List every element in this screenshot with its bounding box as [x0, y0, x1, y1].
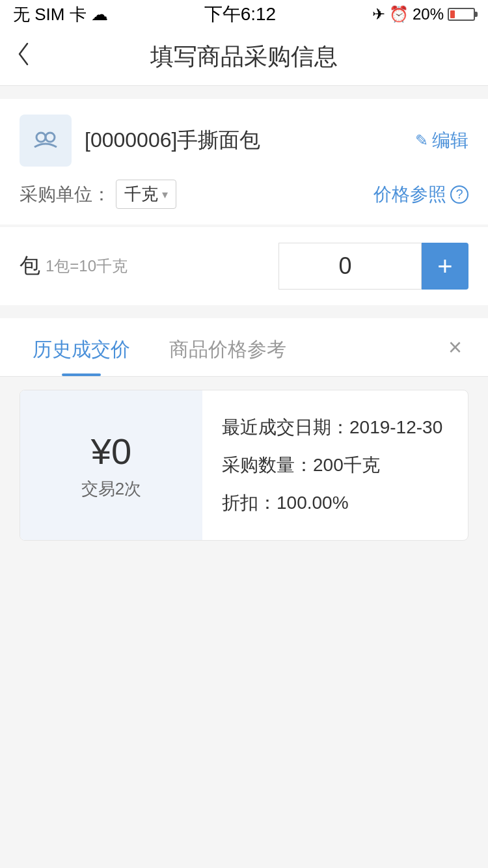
history-price-amount: ¥0: [91, 430, 131, 472]
tab-price-ref-label: 商品价格参考: [169, 338, 286, 360]
qty-conversion: 1包=10千克: [46, 256, 128, 277]
time-text: 下午6:12: [204, 2, 277, 27]
tab-price-ref[interactable]: 商品价格参考: [156, 318, 299, 376]
quantity-plus-button[interactable]: +: [422, 243, 468, 290]
battery-fill: [450, 10, 455, 18]
discount-value: 100.00%: [277, 493, 349, 513]
alarm-icon: ⏰: [389, 5, 409, 23]
trade-count: 交易2次: [81, 478, 141, 500]
product-unit-row: 采购单位： 千克 ▾ 价格参照 ?: [20, 180, 468, 209]
main-content: ¥0 交易2次 最近成交日期：2019-12-30 采购数量：200千克 折扣：…: [0, 390, 488, 780]
svg-point-0: [36, 133, 46, 142]
status-right: ✈ ⏰ 20%: [372, 5, 475, 23]
battery-percent: 20%: [413, 5, 444, 23]
date-label: 最近成交日期：: [222, 417, 349, 437]
date-value: 2019-12-30: [349, 417, 442, 437]
price-ref-label: 价格参照: [373, 182, 446, 207]
qty-label: 采购数量：: [222, 455, 313, 475]
quantity-row: 包 1包=10千克 +: [0, 227, 488, 305]
close-icon: ×: [448, 334, 462, 360]
discount-row: 折扣：100.00%: [222, 489, 448, 517]
date-row: 最近成交日期：2019-12-30: [222, 414, 448, 441]
svg-point-1: [46, 133, 55, 142]
tabs-close-button[interactable]: ×: [442, 327, 468, 368]
history-price-column: ¥0 交易2次: [20, 390, 202, 540]
page-title: 填写商品采购信息: [150, 41, 338, 73]
tab-history-price[interactable]: 历史成交价: [20, 318, 143, 376]
unit-select-dropdown[interactable]: 千克 ▾: [116, 180, 176, 209]
help-icon: ?: [450, 185, 468, 204]
nav-bar: 填写商品采购信息: [0, 29, 488, 86]
tabs-bar: 历史成交价 商品价格参考 ×: [0, 318, 488, 377]
product-header: [0000006]手撕面包 ✎ 编辑: [20, 115, 468, 167]
history-card: ¥0 交易2次 最近成交日期：2019-12-30 采购数量：200千克 折扣：…: [20, 390, 468, 541]
qty-row: 采购数量：200千克: [222, 452, 448, 479]
edit-label: 编辑: [432, 128, 468, 153]
help-question-mark: ?: [455, 187, 463, 202]
price-ref-button[interactable]: 价格参照 ?: [373, 182, 468, 207]
battery-icon: [448, 8, 475, 21]
product-name: [0000006]手撕面包: [85, 126, 260, 155]
back-button[interactable]: [16, 41, 31, 73]
dropdown-arrow-icon: ▾: [162, 187, 168, 202]
quantity-input[interactable]: [278, 243, 422, 290]
tab-history-price-label: 历史成交价: [33, 338, 130, 360]
unit-label: 采购单位：: [20, 182, 111, 207]
discount-label: 折扣：: [222, 493, 277, 513]
qty-value: 200千克: [313, 455, 380, 475]
location-icon: ✈: [372, 5, 385, 23]
status-bar: 无 SIM 卡 ☁ 下午6:12 ✈ ⏰ 20%: [0, 0, 488, 29]
history-detail-column: 最近成交日期：2019-12-30 采购数量：200千克 折扣：100.00%: [202, 390, 468, 540]
unit-selector-group: 采购单位： 千克 ▾: [20, 180, 176, 209]
qty-unit-name: 包: [20, 252, 40, 280]
product-info: [0000006]手撕面包: [20, 115, 260, 167]
plus-icon: +: [437, 252, 452, 281]
product-card: [0000006]手撕面包 ✎ 编辑 采购单位： 千克 ▾ 价格参照 ?: [0, 99, 488, 224]
product-logo: [20, 115, 72, 167]
quantity-input-group: +: [278, 243, 468, 290]
tabs-group: 历史成交价 商品价格参考: [20, 318, 299, 376]
edit-icon: ✎: [415, 131, 428, 150]
carrier-text: 无 SIM 卡 ☁: [13, 3, 108, 26]
quantity-label: 包 1包=10千克: [20, 252, 128, 280]
edit-button[interactable]: ✎ 编辑: [415, 128, 468, 153]
unit-value: 千克: [124, 183, 158, 206]
